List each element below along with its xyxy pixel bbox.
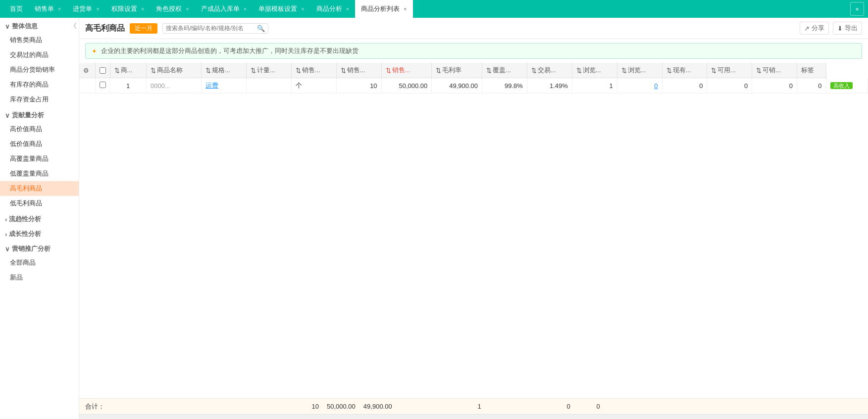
cell-name[interactable]: 运费 [202, 78, 247, 93]
info-banner: ✦ 企业的主要的利润都是这部分商品创造的，可考虑加大推广，同时关注库存是不要出现… [85, 43, 862, 59]
cell-unit: 个 [291, 78, 336, 93]
col-sales-qty: ⇅销售... [291, 63, 336, 78]
col-browse1: ⇅浏览... [572, 63, 617, 78]
sidebar-item-stock-goods[interactable]: 有库存的商品 [0, 77, 79, 92]
col-checkbox[interactable] [95, 63, 110, 78]
cell-sales-qty: 10 [336, 78, 381, 93]
search-icon[interactable]: 🔍 [257, 25, 265, 32]
sidebar-group-contribution[interactable]: ∨ 贡献量分析 [0, 107, 79, 122]
header-actions: ↗ 分享 ⬇ 导出 [800, 22, 862, 35]
footer-current-stock: 0 [545, 402, 574, 411]
nav-product-analysis-list[interactable]: 商品分析列表 × [355, 0, 412, 18]
sidebar-item-assist-sales-rate[interactable]: 商品分货助销率 [0, 62, 79, 77]
footer-cell-spacer3 [426, 402, 456, 411]
cell-code: 0000... [146, 78, 201, 93]
table-row: 1 0000... 运费 个 10 50,000.00 49,900.00 99… [79, 78, 868, 93]
col-coverage: ⇅覆盖... [482, 63, 527, 78]
col-sales-profit: ⇅销售... [381, 63, 432, 78]
row-checkbox[interactable] [100, 82, 106, 88]
sidebar-item-low-margin[interactable]: 低毛利商品 [0, 196, 79, 211]
cell-browse2: 0 [662, 78, 707, 93]
cell-sales-amount: 50,000.00 [381, 78, 432, 93]
search-box: 🔍 [162, 23, 268, 34]
col-browse2: ⇅浏览... [617, 63, 662, 78]
col-transaction: ⇅交易... [527, 63, 572, 78]
select-all-checkbox[interactable] [100, 67, 106, 74]
col-unit: ⇅计量... [247, 63, 292, 78]
sidebar-group-trend[interactable]: › 流趋性分析 [0, 211, 79, 226]
col-settings[interactable]: ⚙ [79, 63, 95, 78]
sidebar-item-high-coverage[interactable]: 高覆盖量商品 [0, 151, 79, 166]
sidebar-group-marketing[interactable]: ∨ 营销推广分析 [0, 240, 79, 255]
col-available: ⇅可用... [707, 63, 752, 78]
sidebar-item-new-goods[interactable]: 新品 [0, 270, 79, 285]
col-spec: ⇅规格... [202, 63, 247, 78]
col-sales-amount: ⇅销售... [336, 63, 381, 78]
content-header: 高毛利商品 近一月 🔍 ↗ 分享 ⬇ 导出 [79, 18, 868, 39]
col-current-stock: ⇅现有... [662, 63, 707, 78]
col-tag: 标签 [797, 63, 826, 78]
table-wrapper[interactable]: ⚙ ⇅商... ⇅商品名称 ⇅规格... ⇅计量... ⇅销售... ⇅销售..… [79, 63, 868, 398]
nav-product-inbound[interactable]: 产成品入库单 × [195, 0, 253, 18]
sidebar-group-overall[interactable]: ∨ 整体信息 [0, 18, 79, 33]
table-footer: 合计： 10 50,000.00 49,900.00 1 0 0 [79, 398, 868, 414]
sidebar-item-traded-goods[interactable]: 交易过的商品 [0, 47, 79, 62]
nav-sales-order[interactable]: 销售单 × [29, 0, 67, 18]
close-all-tabs-button[interactable]: × [850, 2, 864, 16]
cell-transaction: 1 [572, 78, 617, 93]
footer-label: 合计： [85, 402, 125, 411]
nav-home[interactable]: 首页 [4, 0, 29, 18]
nav-product-analysis[interactable]: 商品分析 × [310, 0, 355, 18]
nav-roles[interactable]: 角色授权 × [150, 0, 195, 18]
col-code: ⇅商... [110, 63, 146, 78]
table-header: ⚙ ⇅商... ⇅商品名称 ⇅规格... ⇅计量... ⇅销售... ⇅销售..… [79, 63, 868, 78]
sidebar-item-all-goods[interactable]: 全部商品 [0, 255, 79, 270]
sidebar-item-stock-capital[interactable]: 库存资金占用 [0, 92, 79, 107]
cell-coverage: 1.49% [527, 78, 572, 93]
cell-checkbox[interactable] [95, 78, 110, 93]
cell-sales-profit: 49,900.00 [432, 78, 482, 93]
col-name: ⇅商品名称 [146, 63, 201, 78]
col-saleable: ⇅可销... [752, 63, 797, 78]
top-navigation: 首页 销售单 × 进货单 × 权限设置 × 角色授权 × 产成品入库单 × 单据… [0, 0, 868, 18]
footer-cells: 10 50,000.00 49,900.00 1 0 0 [125, 402, 862, 411]
nav-template-settings[interactable]: 单据模板设置 × [253, 0, 310, 18]
nav-permissions[interactable]: 权限设置 × [105, 0, 150, 18]
nav-purchase-order[interactable]: 进货单 × [67, 0, 105, 18]
cell-tag: 高收入 [826, 78, 868, 93]
cell-gross-margin: 99.8% [482, 78, 527, 93]
cell-saleable: 0 [797, 78, 826, 93]
cell-available: 0 [752, 78, 797, 93]
sidebar-item-sales-goods[interactable]: 销售类商品 [0, 33, 79, 47]
table-header-row: ⚙ ⇅商... ⇅商品名称 ⇅规格... ⇅计量... ⇅销售... ⇅销售..… [79, 63, 868, 78]
sidebar-item-low-value[interactable]: 低价值商品 [0, 137, 79, 151]
footer-sales-qty: 10 [293, 402, 323, 411]
footer-cell-spacer2 [396, 402, 426, 411]
export-button[interactable]: ⬇ 导出 [833, 22, 862, 35]
footer-transaction: 1 [456, 402, 485, 411]
search-input[interactable] [166, 25, 255, 32]
footer-cell-spacer1 [125, 402, 293, 411]
footer-cell-spacer5 [515, 402, 545, 411]
cell-index: 1 [110, 78, 146, 93]
content-area: 高毛利商品 近一月 🔍 ↗ 分享 ⬇ 导出 ✦ 企业的主要的利润都是这部分商品创… [79, 18, 868, 419]
footer-sales-profit: 49,900.00 [359, 402, 396, 411]
share-button[interactable]: ↗ 分享 [800, 22, 829, 35]
sidebar-collapse-button[interactable]: 《 [70, 22, 77, 31]
cell-browse1[interactable]: 0 [617, 78, 662, 93]
footer-sales-amount: 50,000.00 [323, 402, 359, 411]
info-text: 企业的主要的利润都是这部分商品创造的，可考虑加大推广，同时关注库存是不要出现缺货 [101, 47, 358, 55]
sidebar-item-high-margin[interactable]: 高毛利商品 [0, 181, 79, 196]
table-body: 1 0000... 运费 个 10 50,000.00 49,900.00 99… [79, 78, 868, 93]
sidebar-group-growth[interactable]: › 成长性分析 [0, 226, 79, 240]
data-table: ⚙ ⇅商... ⇅商品名称 ⇅规格... ⇅计量... ⇅销售... ⇅销售..… [79, 63, 868, 93]
sidebar-item-high-value[interactable]: 高价值商品 [0, 122, 79, 137]
share-icon: ↗ [804, 25, 810, 32]
info-icon: ✦ [92, 47, 97, 55]
cell-spec [247, 78, 292, 93]
horizontal-scrollbar[interactable] [79, 414, 868, 419]
col-gross-margin: ⇅毛利率 [432, 63, 482, 78]
filter-period-button[interactable]: 近一月 [130, 23, 157, 34]
main-layout: 《 ∨ 整体信息 销售类商品 交易过的商品 商品分货助销率 有库存的商品 库存资… [0, 18, 868, 419]
sidebar-item-low-coverage[interactable]: 低覆盖量商品 [0, 166, 79, 181]
